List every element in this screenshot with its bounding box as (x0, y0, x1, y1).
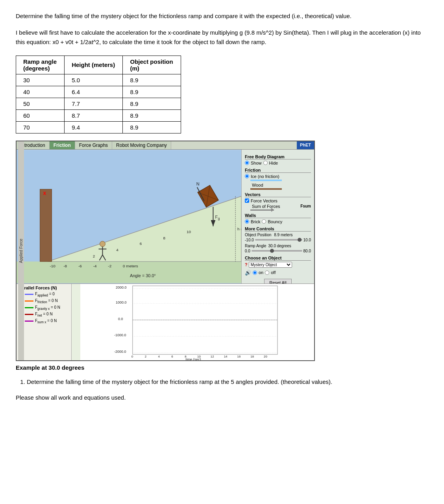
legend-f-net: Fnet = 0 N (19, 312, 69, 317)
ramp-angle-value: 30.0 degrees (268, 244, 291, 248)
table-cell-r3-c1: 8.7 (65, 109, 123, 121)
svg-text:12: 12 (211, 355, 214, 358)
svg-text:1000.0: 1000.0 (116, 300, 126, 304)
svg-text:time (sec): time (sec) (185, 357, 201, 360)
svg-point-19 (100, 241, 105, 246)
table-cell-r1-c1: 6.4 (65, 86, 123, 98)
ramp-angle-min: 0.0 (245, 249, 250, 253)
svg-text:0: 0 (131, 355, 133, 358)
brick-label: Brick (251, 219, 260, 224)
col-header-height: Height (meters) (65, 56, 123, 74)
free-body-title: Free Body Diagram (245, 154, 311, 159)
graph-area: 2000.0 1000.0 0.0 -1000.0 -2000.0 0 2 4 … (80, 284, 314, 360)
svg-text:-1000.0: -1000.0 (114, 333, 126, 337)
svg-text:-6: -6 (78, 264, 82, 268)
question-1: Determine the falling time of the myster… (27, 377, 428, 387)
show-work-text: Please show all work and equations used. (16, 393, 428, 402)
table-cell-r2-c1: 7.7 (65, 98, 123, 109)
col-header-position: Object position(m) (123, 56, 181, 74)
obj-pos-max: 10.0 (303, 238, 311, 242)
ramp-angle-max: 80.0 (303, 249, 311, 253)
sim-controls: Free Body Diagram Show Hide Friction Ice… (241, 150, 314, 284)
table-cell-r4-c2: 8.9 (123, 121, 181, 133)
show-fbd-radio[interactable] (245, 161, 249, 165)
tab-robot-moving[interactable]: Robot Moving Company (112, 141, 171, 149)
intro-paragraph1: Determine the falling time of the myster… (16, 12, 428, 21)
table-cell-r1-c0: 40 (16, 86, 65, 98)
svg-text:x: x (43, 190, 46, 196)
table-cell-r0-c2: 8.9 (123, 74, 181, 86)
legend-f-applied: Fapplied = 0 (19, 292, 69, 297)
col-header-angle: Ramp angle(degrees) (16, 56, 65, 74)
choose-object-title: Choose an Object (245, 256, 311, 261)
ice-label: Ice (no friction) (251, 174, 279, 179)
brick-radio[interactable] (245, 219, 249, 224)
svg-text:0 meters: 0 meters (123, 264, 138, 268)
table-cell-r1-c2: 8.9 (123, 86, 181, 98)
svg-text:18: 18 (250, 355, 254, 358)
force-vectors-checkbox[interactable] (245, 198, 249, 203)
example-label: Example at 30.0 degrees (16, 364, 428, 371)
svg-text:-10: -10 (50, 264, 56, 268)
table-cell-r2-c0: 50 (16, 98, 65, 109)
ramp-angle-label: Ramp Angle (245, 244, 266, 248)
ramp-angle-slider[interactable] (252, 250, 302, 252)
svg-text:14: 14 (224, 355, 228, 358)
applied-force-axis-label: Applied Force (17, 141, 25, 360)
object-position-slider[interactable] (255, 239, 302, 241)
tab-friction[interactable]: Friction (50, 141, 75, 149)
sim-tabs[interactable]: Introduction Friction Force Graphs Robot… (17, 141, 314, 150)
friction-title: Friction (245, 168, 311, 173)
sound-off-radio[interactable] (265, 271, 269, 275)
force-vectors-label: Force Vectors (251, 198, 278, 203)
bouncy-radio[interactable] (262, 219, 266, 224)
more-controls-title: More Controls (245, 226, 311, 232)
object-position-value: 8.9 meters (274, 233, 292, 237)
graph-svg: 2000.0 1000.0 0.0 -1000.0 -2000.0 0 2 4 … (80, 284, 314, 360)
svg-text:N: N (196, 181, 200, 186)
simulation-container: Introduction Friction Force Graphs Robot… (16, 141, 315, 361)
sim-bottom: Parallel Forces (N) Fapplied = 0 Ffricti… (17, 284, 314, 360)
svg-text:-2000.0: -2000.0 (114, 350, 126, 354)
svg-text:Angle = 30.0°: Angle = 30.0° (130, 273, 156, 278)
force-legend-title: Parallel Forces (N) (19, 285, 69, 290)
intro-paragraph2: I believe will first have to calculate t… (16, 28, 428, 47)
sum-of-forces-label: Sum of Forces (252, 204, 280, 209)
fsum-label: Fsum (300, 204, 311, 208)
tab-force-graphs[interactable]: Force Graphs (75, 141, 112, 149)
svg-text:6: 6 (140, 241, 142, 246)
sim-main: x F g h = 5.0 m 2 4 6 8 10 (17, 150, 314, 284)
table-cell-r0-c1: 5.0 (65, 74, 123, 86)
svg-text:-2: -2 (108, 264, 111, 268)
wood-label: Wood (252, 183, 263, 187)
svg-text:g: g (218, 216, 220, 220)
ice-radio[interactable] (245, 174, 249, 178)
hide-fbd-radio[interactable] (263, 161, 268, 165)
data-table: Ramp angle(degrees) Height (meters) Obje… (16, 56, 181, 133)
walls-title: Walls (245, 213, 311, 218)
sim-logo: PhET (297, 141, 314, 149)
object-select[interactable]: Mystery Object (249, 262, 292, 268)
svg-text:0.0: 0.0 (118, 317, 123, 321)
svg-text:4: 4 (158, 355, 160, 358)
svg-text:6: 6 (171, 355, 173, 358)
svg-text:2: 2 (145, 355, 147, 358)
svg-text:2000.0: 2000.0 (116, 285, 126, 289)
vectors-title: Vectors (245, 192, 311, 197)
table-cell-r2-c2: 8.9 (123, 98, 181, 109)
legend-f-gravity: Fgravity x = 0 N (19, 305, 69, 311)
reset-all-button[interactable]: Reset All (264, 279, 291, 284)
svg-text:h = 5.0 m: h = 5.0 m (237, 226, 241, 231)
object-position-label: Object Position (245, 233, 271, 237)
table-cell-r4-c1: 9.4 (65, 121, 123, 133)
sound-on-radio[interactable] (253, 271, 257, 275)
obj-pos-min: -10.0 (245, 238, 254, 242)
svg-text:F: F (215, 214, 218, 219)
svg-text:4: 4 (116, 248, 118, 252)
sound-off-label: off (271, 270, 276, 275)
svg-text:2: 2 (93, 254, 95, 258)
show-label: Show (251, 161, 262, 165)
table-cell-r0-c0: 30 (16, 74, 65, 86)
table-cell-r4-c0: 70 (16, 121, 65, 133)
ramp-scene: x F g h = 5.0 m 2 4 6 8 10 (17, 150, 241, 284)
